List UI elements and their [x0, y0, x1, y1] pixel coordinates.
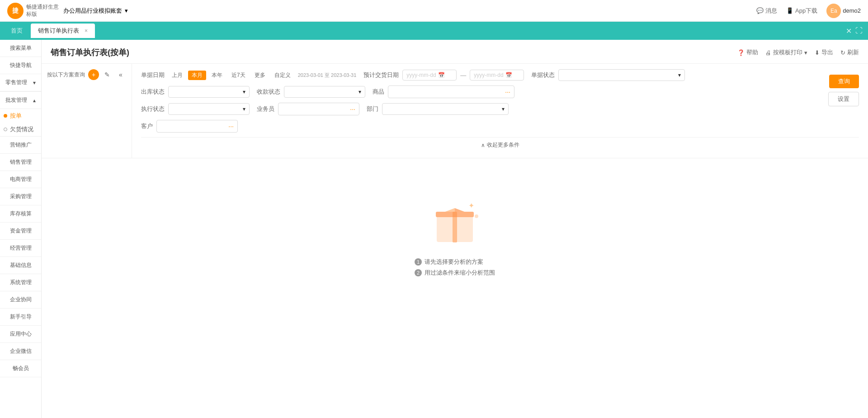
page-header: 销售订单执行表(按单) ❓ 帮助 🖨 按模板打印 ▾ ⬇ 导出: [42, 40, 868, 64]
stock-arrow-icon: ▾: [243, 89, 245, 95]
filter-scheme-actions: + ✎ «: [88, 69, 126, 80]
sidebar-item-guide[interactable]: 新手引导: [0, 309, 41, 326]
sidebar-sub-item-by-order[interactable]: 按单: [0, 109, 41, 123]
sidebar-item-app-center[interactable]: 应用中心: [0, 326, 41, 343]
user-name: demo2: [843, 7, 861, 14]
tip-number-2: 2: [415, 269, 422, 276]
filter-payment-status-item: 收款状态 ▾: [257, 86, 365, 98]
date-tab-more[interactable]: 更多: [251, 71, 269, 80]
expected-date-start-input[interactable]: yyyy-mm-dd 📅: [402, 70, 457, 81]
app-download-button[interactable]: 📱 App下载: [786, 7, 817, 15]
template-print-button[interactable]: 🖨 按模板打印 ▾: [765, 48, 807, 57]
goods-select[interactable]: ···: [388, 86, 514, 98]
circle-icon: [4, 128, 7, 131]
date-tab-custom[interactable]: 自定义: [271, 71, 294, 80]
expected-date-label: 预计交货日期: [363, 71, 399, 79]
user-profile[interactable]: Ea demo2: [826, 4, 861, 18]
message-icon: 💬: [756, 7, 764, 14]
svg-rect-2: [453, 212, 457, 242]
page-container: 销售订单执行表(按单) ❓ 帮助 🖨 按模板打印 ▾ ⬇ 导出: [42, 40, 868, 418]
date-tab-last-month[interactable]: 上月: [168, 71, 186, 80]
sidebar-item-wechat[interactable]: 企业微信: [0, 343, 41, 360]
sidebar-sub-item-shortage[interactable]: 欠货情况: [0, 123, 41, 136]
stock-status-label: 出库状态: [141, 88, 165, 96]
window-close-icon[interactable]: ✕: [846, 27, 852, 35]
customer-select[interactable]: ···: [156, 120, 238, 133]
header-left: 捷 畅捷通好生意 标版 办公用品行业模拟账套 ▾: [7, 3, 128, 19]
filter-row-1: 单据日期 上月 本月 本年 近7天 更多 自定义: [141, 69, 828, 81]
content-area: 销售订单执行表(按单) ❓ 帮助 🖨 按模板打印 ▾ ⬇ 导出: [42, 40, 868, 418]
print-icon: 🖨: [765, 49, 771, 56]
filter-panel: 按以下方案查询 + ✎ «: [42, 64, 868, 158]
breadcrumb[interactable]: 办公用品行业模拟账套 ▾: [63, 7, 128, 15]
customer-dots-icon[interactable]: ···: [228, 123, 234, 130]
empty-tip-2: 2 用过滤条件来缩小分析范围: [415, 269, 495, 277]
edit-scheme-button[interactable]: ✎: [102, 69, 113, 80]
sidebar-search[interactable]: 搜索菜单: [0, 40, 41, 57]
sidebar-item-procurement[interactable]: 采购管理: [0, 188, 41, 205]
avatar: Ea: [826, 4, 841, 18]
sidebar-item-marketing[interactable]: 营销推广: [0, 137, 41, 154]
add-scheme-button[interactable]: +: [88, 69, 99, 80]
execute-status-label: 执行状态: [141, 105, 165, 113]
sidebar-item-retail[interactable]: 零售管理 ▾: [0, 74, 41, 91]
settings-button[interactable]: 设置: [828, 92, 859, 106]
date-tabs: 上月 本月 本年 近7天 更多 自定义: [168, 71, 294, 80]
date-tab-this-year[interactable]: 本年: [208, 71, 226, 80]
tab-sales-order[interactable]: 销售订单执行表 ×: [31, 24, 95, 38]
filter-customer-item: 客户 ···: [141, 120, 238, 133]
salesperson-dots-icon[interactable]: ···: [350, 105, 355, 113]
tip-number-1: 1: [415, 258, 422, 266]
department-select[interactable]: ▾: [382, 103, 509, 115]
help-button[interactable]: ❓ 帮助: [737, 48, 758, 57]
filter-execute-status-item: 执行状态 ▾: [141, 103, 250, 115]
salesperson-select[interactable]: ···: [278, 103, 359, 115]
expected-date-end-input[interactable]: yyyy-mm-dd 📅: [470, 70, 524, 81]
filter-expected-date-item: 预计交货日期 yyyy-mm-dd 📅 — yyyy-mm-dd 📅: [363, 70, 524, 81]
sidebar-section-retail: 零售管理 ▾: [0, 74, 41, 92]
sidebar-item-inventory[interactable]: 库存核算: [0, 205, 41, 223]
export-button[interactable]: ⬇ 导出: [815, 48, 833, 57]
goods-dots-icon[interactable]: ···: [505, 88, 510, 95]
payment-status-select[interactable]: ▾: [284, 86, 365, 98]
message-button[interactable]: 💬 消息: [756, 7, 777, 15]
payment-arrow-icon: ▾: [359, 89, 361, 95]
filter-date-item: 单据日期 上月 本月 本年 近7天 更多 自定义: [141, 71, 356, 80]
print-arrow-icon: ▾: [804, 49, 807, 56]
sidebar: 搜索菜单 快捷导航 零售管理 ▾ 批发管理 ▴ 按单 欠货情况 营: [0, 40, 42, 418]
date-range-display: 2023-03-01 至 2023-03-31: [298, 72, 357, 79]
svg-text:✦: ✦: [468, 202, 474, 209]
tab-close-icon[interactable]: ×: [85, 28, 88, 34]
window-expand-icon[interactable]: ⛶: [855, 27, 863, 35]
tab-home[interactable]: 首页: [4, 24, 30, 38]
help-icon: ❓: [737, 49, 745, 56]
stock-status-select[interactable]: ▾: [168, 86, 250, 98]
collapse-more-conditions[interactable]: ∧ 收起更多条件: [141, 137, 859, 152]
collapse-scheme-button[interactable]: «: [115, 69, 126, 80]
sidebar-item-system[interactable]: 系统管理: [0, 274, 41, 291]
empty-tips: 1 请先选择要分析的方案 2 用过滤条件来缩小分析范围: [415, 258, 495, 280]
date-tab-7days[interactable]: 近7天: [228, 71, 249, 80]
date-tab-this-month[interactable]: 本月: [188, 71, 206, 80]
sidebar-item-enterprise[interactable]: 企业协同: [0, 291, 41, 309]
sidebar-item-finance[interactable]: 资金管理: [0, 223, 41, 240]
refresh-button[interactable]: ↻ 刷新: [840, 48, 859, 57]
calendar-icon: 📅: [438, 72, 445, 78]
breadcrumb-arrow-icon: ▾: [125, 7, 128, 14]
status-label: 单据状态: [531, 71, 555, 79]
download-icon: 📱: [786, 7, 793, 14]
sidebar-item-sales[interactable]: 销售管理: [0, 154, 41, 171]
sidebar-item-operations[interactable]: 经营管理: [0, 240, 41, 257]
filter-controls: 单据日期 上月 本月 本年 近7天 更多 自定义: [132, 64, 868, 158]
sidebar-item-ecommerce[interactable]: 电商管理: [0, 171, 41, 188]
sidebar-quick-nav[interactable]: 快捷导航: [0, 57, 41, 74]
tab-bar: 首页 销售订单执行表 × ✕ ⛶: [0, 22, 868, 40]
logo-area: 捷 畅捷通好生意 标版: [7, 3, 59, 19]
sidebar-item-wholesale[interactable]: 批发管理 ▴: [0, 92, 41, 109]
sidebar-item-member[interactable]: 畅会员: [0, 360, 41, 377]
execute-status-select[interactable]: ▾: [168, 103, 250, 115]
filter-status-item: 单据状态 ▾: [531, 69, 685, 81]
query-button[interactable]: 查询: [829, 75, 859, 88]
sidebar-item-basic-info[interactable]: 基础信息: [0, 257, 41, 274]
status-select[interactable]: ▾: [558, 69, 685, 81]
